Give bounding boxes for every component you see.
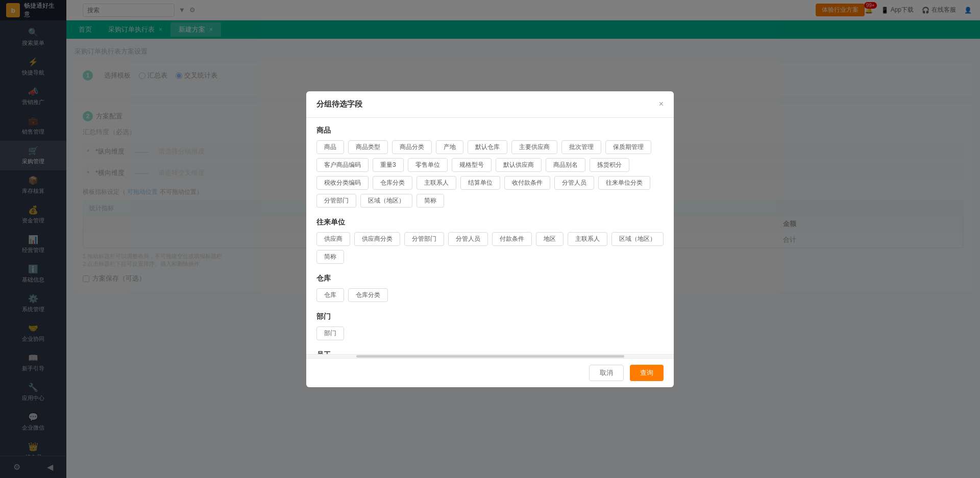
field-tag-主要供应商[interactable]: 主要供应商 [511,140,557,154]
field-tag-分管人员[interactable]: 分管人员 [448,232,488,246]
section-department: 部门部门 [316,312,664,340]
field-tag-分管部门[interactable]: 分管部门 [404,232,444,246]
field-tag-保质期管理[interactable]: 保质期管理 [605,140,651,154]
field-select-modal: 分组待选字段 × 商品商品商品类型商品分类产地默认仓库主要供应商批次管理保质期管… [306,91,674,387]
section-title-counterpart: 往来单位 [316,218,664,227]
field-tag-默认仓库[interactable]: 默认仓库 [468,140,507,154]
field-tag-地区[interactable]: 地区 [536,232,564,246]
field-tag-仓库分类[interactable]: 仓库分类 [373,176,412,190]
field-tag-零售单位[interactable]: 零售单位 [408,158,448,172]
field-tag-主联系人[interactable]: 主联系人 [416,176,456,190]
field-tag-结算单位[interactable]: 结算单位 [460,176,500,190]
field-tag-商品类型[interactable]: 商品类型 [348,140,388,154]
field-tag-商品[interactable]: 商品 [316,140,344,154]
field-tags-counterpart: 供应商供应商分类分管部门分管人员付款条件地区主联系人区域（地区）简称 [316,232,664,264]
field-tag-重量3[interactable]: 重量3 [373,158,404,172]
field-tag-拣货积分[interactable]: 拣货积分 [590,158,629,172]
field-tag-分管人员[interactable]: 分管人员 [554,176,594,190]
field-tag-客户商品编码[interactable]: 客户商品编码 [316,158,369,172]
confirm-button[interactable]: 查询 [630,365,664,381]
field-tags-goods: 商品商品类型商品分类产地默认仓库主要供应商批次管理保质期管理客户商品编码重量3零… [316,140,664,208]
modal-overlay: 分组待选字段 × 商品商品商品类型商品分类产地默认仓库主要供应商批次管理保质期管… [0,0,980,478]
modal-close-button[interactable]: × [659,99,664,109]
field-tag-部门[interactable]: 部门 [316,326,344,340]
field-tag-仓库分类[interactable]: 仓库分类 [348,288,388,302]
field-tag-往来单位分类[interactable]: 往来单位分类 [598,176,650,190]
field-tag-收付款条件[interactable]: 收付款条件 [504,176,550,190]
field-tag-主联系人[interactable]: 主联系人 [568,232,607,246]
field-tags-warehouse: 仓库仓库分类 [316,288,664,302]
modal-header: 分组待选字段 × [306,91,674,118]
field-tag-供应商[interactable]: 供应商 [316,232,350,246]
modal-footer: 取消 查询 [306,358,674,387]
section-employee: 员工业务员 [316,350,664,355]
field-tag-产地[interactable]: 产地 [436,140,463,154]
section-counterpart: 往来单位供应商供应商分类分管部门分管人员付款条件地区主联系人区域（地区）简称 [316,218,664,264]
field-tag-商品别名[interactable]: 商品别名 [546,158,585,172]
cancel-button[interactable]: 取消 [589,365,624,381]
field-tag-付款条件[interactable]: 付款条件 [492,232,532,246]
section-title-department: 部门 [316,312,664,321]
field-tag-简称[interactable]: 简称 [316,250,344,264]
field-tags-department: 部门 [316,326,664,340]
field-tag-规格型号[interactable]: 规格型号 [452,158,492,172]
section-title-warehouse: 仓库 [316,274,664,283]
field-tag-区域（地区）[interactable]: 区域（地区） [360,194,412,208]
modal-body: 商品商品商品类型商品分类产地默认仓库主要供应商批次管理保质期管理客户商品编码重量… [306,118,674,355]
field-tag-分管部门[interactable]: 分管部门 [316,194,356,208]
field-tag-供应商分类[interactable]: 供应商分类 [354,232,400,246]
field-tag-批次管理[interactable]: 批次管理 [561,140,601,154]
modal-horizontal-scrollbar[interactable] [306,354,674,358]
scrollbar-thumb [356,355,624,358]
field-tag-仓库[interactable]: 仓库 [316,288,344,302]
section-title-goods: 商品 [316,126,664,135]
field-tag-区域（地区）[interactable]: 区域（地区） [611,232,664,246]
section-goods: 商品商品商品类型商品分类产地默认仓库主要供应商批次管理保质期管理客户商品编码重量… [316,126,664,208]
field-tag-简称[interactable]: 简称 [416,194,444,208]
field-tag-商品分类[interactable]: 商品分类 [392,140,432,154]
field-tag-税收分类编码[interactable]: 税收分类编码 [316,176,369,190]
section-warehouse: 仓库仓库仓库分类 [316,274,664,302]
field-tag-默认供应商[interactable]: 默认供应商 [496,158,542,172]
modal-title: 分组待选字段 [316,99,362,109]
section-title-employee: 员工 [316,350,664,355]
